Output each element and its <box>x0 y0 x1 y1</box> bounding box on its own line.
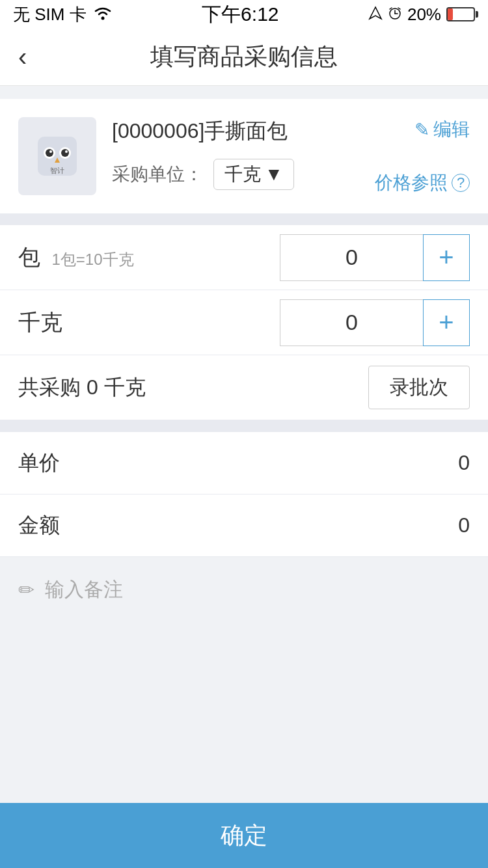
bag-label: 包 <box>18 245 40 269</box>
battery-percentage: 20% <box>407 5 441 25</box>
price-ref-label: 价格参照 <box>375 170 448 195</box>
product-card: 智计 [0000006]手撕面包 采购单位： 千克 ▼ ✎ 编辑 价格参照 ? <box>0 99 488 213</box>
bag-controls: + <box>280 234 470 281</box>
nav-bar: ‹ 填写商品采购信息 <box>0 29 488 86</box>
unit-price-row: 单价 0 <box>0 432 488 495</box>
location-icon <box>368 5 383 25</box>
svg-line-6 <box>398 8 400 9</box>
note-placeholder: 输入备注 <box>45 576 123 603</box>
svg-line-5 <box>390 8 392 9</box>
total-label: 共采购 0 千克 <box>18 373 368 402</box>
confirm-label: 确定 <box>221 820 267 852</box>
price-ref-link[interactable]: 价格参照 ? <box>375 170 470 195</box>
total-row: 共采购 0 千克 录批次 <box>0 355 488 420</box>
unit-price-value: 0 <box>458 451 470 475</box>
bag-input-row: 包 1包=10千克 + <box>0 225 488 290</box>
svg-point-10 <box>46 149 53 157</box>
status-bar: 无 SIM 卡 下午6:12 20% <box>0 0 488 29</box>
unit-value: 千克 <box>224 162 261 187</box>
batch-button[interactable]: 录批次 <box>368 366 470 409</box>
svg-marker-1 <box>370 7 381 19</box>
svg-point-13 <box>65 150 68 153</box>
bag-plus-button[interactable]: + <box>423 234 470 281</box>
divider-1 <box>0 213 488 225</box>
amount-label: 金额 <box>18 511 458 540</box>
kg-plus-button[interactable]: + <box>423 299 470 346</box>
svg-text:智计: 智计 <box>50 167 64 174</box>
confirm-bar[interactable]: 确定 <box>0 803 488 868</box>
main-content: 智计 [0000006]手撕面包 采购单位： 千克 ▼ ✎ 编辑 价格参照 ? <box>0 99 488 687</box>
bag-sublabel: 1包=10千克 <box>51 251 133 268</box>
kg-controls: + <box>280 299 470 346</box>
unit-label: 采购单位： <box>112 162 203 187</box>
product-thumbnail: 智计 <box>18 117 96 195</box>
unit-dropdown-arrow: ▼ <box>265 164 283 185</box>
kg-input-row: 千克 + <box>0 290 488 355</box>
bag-label-container: 包 1包=10千克 <box>18 243 280 273</box>
price-ref-icon: ? <box>452 174 470 192</box>
bag-quantity-input[interactable] <box>280 234 423 281</box>
page-title: 填写商品采购信息 <box>150 41 338 73</box>
svg-point-11 <box>61 149 69 157</box>
amount-row: 金额 0 <box>0 495 488 557</box>
unit-dropdown[interactable]: 千克 ▼ <box>213 159 294 190</box>
sim-status: 无 SIM 卡 <box>13 3 87 26</box>
status-right: 20% <box>368 5 475 25</box>
edit-link[interactable]: ✎ 编辑 <box>414 117 470 142</box>
kg-quantity-input[interactable] <box>280 299 423 346</box>
edit-label: 编辑 <box>433 117 470 142</box>
edit-icon: ✎ <box>414 119 429 141</box>
pencil-icon: ✏ <box>18 578 34 601</box>
unit-price-label: 单价 <box>18 449 458 478</box>
wifi-icon <box>93 5 113 25</box>
back-button[interactable]: ‹ <box>18 42 27 72</box>
kg-label: 千克 <box>18 308 280 338</box>
product-logo: 智计 <box>31 130 83 182</box>
alarm-icon <box>388 5 402 25</box>
svg-point-0 <box>101 16 104 20</box>
status-left: 无 SIM 卡 <box>13 3 113 26</box>
svg-point-12 <box>49 150 52 153</box>
battery-icon <box>446 7 475 21</box>
amount-value: 0 <box>458 513 470 537</box>
divider-2 <box>0 420 488 432</box>
note-section[interactable]: ✏ 输入备注 <box>0 557 488 622</box>
status-time: 下午6:12 <box>202 1 278 28</box>
